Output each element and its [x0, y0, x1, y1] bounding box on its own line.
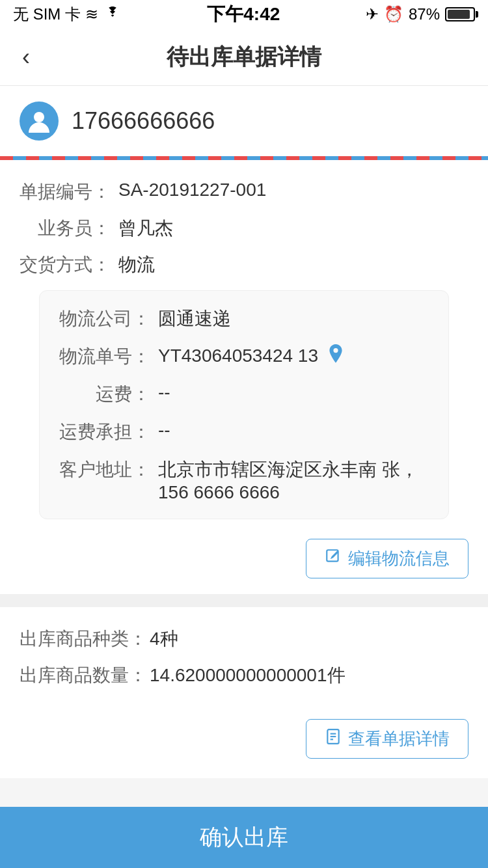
logistics-card: 物流公司： 圆通速递 物流单号： YT43064053424 13 运费： --…	[39, 290, 449, 519]
svg-point-0	[34, 112, 44, 122]
freight-value: --	[158, 382, 429, 403]
back-button[interactable]: ‹	[16, 37, 36, 77]
status-bar: 无 SIM 卡 ≋ 下午4:42 ✈ ⏰ 87%	[0, 0, 488, 29]
edit-logistics-button[interactable]: 编辑物流信息	[306, 539, 468, 578]
freight-row: 运费： --	[59, 382, 429, 407]
view-details-button[interactable]: 查看单据详情	[306, 719, 468, 759]
goods-types-value: 4种	[150, 627, 178, 651]
goods-quantity-value: 14.620000000000001件	[150, 663, 346, 688]
alarm-icon: ⏰	[384, 5, 403, 23]
staff-value: 曾凡杰	[118, 216, 468, 241]
goods-quantity-row: 出库商品数量： 14.620000000000001件	[20, 663, 468, 688]
delivery-label: 交货方式：	[20, 252, 111, 277]
battery-percent: 87%	[409, 5, 440, 23]
section-separator	[0, 594, 488, 607]
staff-row: 业务员： 曾凡杰	[20, 216, 468, 241]
document-icon	[325, 728, 342, 750]
logistics-tracking-value: YT43064053424 13	[158, 344, 429, 368]
avatar	[20, 102, 59, 141]
status-left: 无 SIM 卡 ≋	[13, 4, 122, 25]
edit-icon	[325, 548, 342, 569]
logistics-tracking-row: 物流单号： YT43064053424 13	[59, 344, 429, 369]
doc-number-row: 单据编号： SA-20191227-001	[20, 180, 468, 204]
sim-label: 无 SIM 卡 ≋	[13, 4, 98, 25]
page-title: 待出库单据详情	[167, 42, 321, 72]
logistics-company-value: 圆通速递	[158, 306, 429, 331]
doc-number-label: 单据编号：	[20, 180, 111, 204]
freight-bearer-label: 运费承担：	[59, 420, 150, 444]
goods-types-label: 出库商品种类：	[20, 627, 150, 651]
wifi-icon	[103, 5, 122, 23]
confirm-btn-label: 确认出库	[200, 822, 288, 852]
logistics-company-label: 物流公司：	[59, 306, 150, 331]
confirm-button[interactable]: 确认出库	[0, 807, 488, 868]
svg-rect-1	[327, 550, 338, 561]
battery-icon	[445, 7, 475, 21]
logistics-tracking-label: 物流单号：	[59, 344, 150, 369]
logistics-company-row: 物流公司： 圆通速递	[59, 306, 429, 331]
location-status-icon: ✈	[366, 5, 379, 23]
staff-label: 业务员：	[20, 216, 111, 241]
delivery-value: 物流	[118, 252, 468, 277]
customer-header: 17666666666	[0, 86, 488, 156]
address-value: 北京市市辖区海淀区永丰南 张，156 6666 6666	[158, 457, 429, 503]
delivery-row: 交货方式： 物流	[20, 252, 468, 277]
nav-bar: ‹ 待出库单据详情	[0, 29, 488, 86]
map-pin-icon[interactable]	[326, 344, 346, 368]
status-time: 下午4:42	[207, 2, 280, 27]
customer-phone: 17666666666	[72, 107, 215, 135]
status-right: ✈ ⏰ 87%	[366, 5, 475, 23]
doc-number-value: SA-20191227-001	[118, 180, 468, 200]
view-btn-wrap: 查看单据详情	[0, 712, 488, 778]
person-icon	[26, 108, 52, 134]
freight-bearer-value: --	[158, 420, 429, 441]
address-row: 客户地址： 北京市市辖区海淀区永丰南 张，156 6666 6666	[59, 457, 429, 503]
freight-label: 运费：	[59, 382, 150, 407]
freight-bearer-row: 运费承担： --	[59, 420, 429, 444]
goods-quantity-label: 出库商品数量：	[20, 663, 150, 688]
edit-btn-wrap: 编辑物流信息	[20, 532, 468, 578]
document-info-section: 单据编号： SA-20191227-001 业务员： 曾凡杰 交货方式： 物流 …	[0, 160, 488, 594]
goods-types-row: 出库商品种类： 4种	[20, 627, 468, 651]
goods-section: 出库商品种类： 4种 出库商品数量： 14.620000000000001件	[0, 607, 488, 712]
address-label: 客户地址：	[59, 457, 150, 482]
